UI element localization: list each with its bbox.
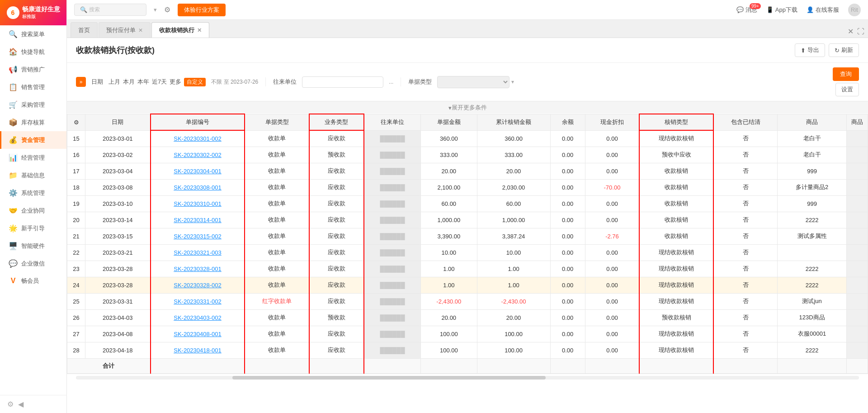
row-single-no[interactable]: SK-20230315-002 (151, 228, 245, 244)
tab-advance[interactable]: 预付应付单 ✕ (99, 22, 151, 38)
topbar-search[interactable]: 🔍 搜索 (74, 4, 146, 16)
sidebar-item-hardware[interactable]: 🖥️ 智能硬件 (0, 237, 66, 255)
single-no-link[interactable]: SK-20230321-003 (174, 249, 222, 256)
single-no-link[interactable]: SK-20230315-002 (174, 233, 222, 240)
row-single-no[interactable]: SK-20230304-001 (151, 163, 245, 179)
export-button[interactable]: ⬆ 导出 (795, 43, 825, 57)
sidebar-item-search[interactable]: 🔍 搜索菜单 (0, 25, 66, 43)
row-single-no[interactable]: SK-20230328-002 (151, 277, 245, 293)
row-single-no[interactable]: SK-20230408-001 (151, 326, 245, 342)
row-goods-img (847, 342, 868, 358)
expand-more-row[interactable]: ▾ 展开更多条件 (67, 101, 868, 114)
sidebar-item-system[interactable]: ⚙️ 系统管理 (0, 184, 66, 202)
table-row[interactable]: 222023-03-21SK-20230321-003收款单应收款██████1… (67, 244, 868, 261)
row-single-no[interactable]: SK-20230301-002 (151, 130, 245, 147)
setting-button[interactable]: 设置 (835, 83, 859, 96)
row-single-no[interactable]: SK-20230331-002 (151, 293, 245, 309)
th-settings[interactable]: ⚙ (67, 114, 85, 130)
row-single-no[interactable]: SK-20230308-001 (151, 179, 245, 195)
app-download[interactable]: 📱 App下载 (766, 6, 797, 14)
single-no-link[interactable]: SK-20230328-001 (174, 266, 222, 272)
query-button[interactable]: 查询 (833, 67, 859, 81)
table-row[interactable]: 162023-03-02SK-20230302-002收款单预收款██████3… (67, 147, 868, 163)
tab-collection-close[interactable]: ✕ (197, 27, 202, 33)
sidebar-item-marketing[interactable]: 📢 营销推广 (0, 61, 66, 78)
single-no-link[interactable]: SK-20230314-001 (174, 217, 222, 223)
table-row[interactable]: 232023-03-28SK-20230328-001收款单应收款██████1… (67, 261, 868, 277)
table-row[interactable]: 282023-04-18SK-20230418-001收款单应收款██████1… (67, 342, 868, 358)
horizontal-scrollbar[interactable] (76, 376, 859, 380)
table-row[interactable]: 262023-04-03SK-20230403-002收款单预收款██████2… (67, 309, 868, 326)
table-row[interactable]: 172023-03-04SK-20230304-001收款单应收款██████2… (67, 163, 868, 179)
single-no-link[interactable]: SK-20230308-001 (174, 184, 222, 191)
sidebar-item-label: 营销推广 (21, 66, 45, 74)
table-row[interactable]: 242023-03-28SK-20230328-002收款单应收款██████1… (67, 277, 868, 293)
date-this-month[interactable]: 本月 (123, 78, 135, 86)
single-no-link[interactable]: SK-20230301-002 (174, 135, 222, 142)
single-no-link[interactable]: SK-20230304-001 (174, 168, 222, 175)
avatar[interactable]: Rit (848, 4, 861, 16)
date-last-month[interactable]: 上月 (108, 78, 120, 86)
single-no-link[interactable]: SK-20230418-001 (174, 347, 222, 354)
row-single-no[interactable]: SK-20230321-003 (151, 244, 245, 261)
sidebar-item-operation[interactable]: 📊 经营管理 (0, 149, 66, 166)
refresh-button[interactable]: ↻ 刷新 (829, 43, 859, 57)
table-row[interactable]: 212023-03-15SK-20230315-002收款单应收款██████3… (67, 228, 868, 244)
row-include-clear: 否 (713, 293, 778, 309)
table-row[interactable]: 182023-03-08SK-20230308-001收款单应收款██████2… (67, 179, 868, 195)
sidebar-item-wechat[interactable]: 💬 企业微信 (0, 255, 66, 272)
single-no-link[interactable]: SK-20230331-002 (174, 298, 222, 305)
row-single-no[interactable]: SK-20230403-002 (151, 309, 245, 326)
sidebar-item-enterprise[interactable]: 🤝 企业协同 (0, 202, 66, 219)
single-no-link[interactable]: SK-20230408-001 (174, 331, 222, 337)
more-options[interactable]: ... (389, 79, 393, 85)
row-single-no[interactable]: SK-20230302-002 (151, 147, 245, 163)
close-all-icon[interactable]: ✕ (848, 27, 854, 36)
dropdown-arrow[interactable]: ▾ (154, 6, 157, 13)
row-single-no[interactable]: SK-20230418-001 (151, 342, 245, 358)
row-amount: -2,430.00 (421, 293, 477, 309)
collapse-icon[interactable]: ◀ (18, 400, 24, 408)
tab-advance-close[interactable]: ✕ (138, 27, 143, 33)
th-date: 日期 (85, 114, 151, 130)
expand-icon[interactable]: ⛶ (857, 28, 864, 36)
sidebar-item-sales[interactable]: 📋 销售管理 (0, 78, 66, 96)
sidebar-item-purchase[interactable]: 🛒 采购管理 (0, 96, 66, 114)
row-single-no[interactable]: SK-20230310-001 (151, 195, 245, 212)
sidebar-item-basic[interactable]: 📁 基础信息 (0, 166, 66, 184)
date-more[interactable]: 更多 (170, 78, 181, 86)
single-no-link[interactable]: SK-20230328-002 (174, 282, 222, 289)
row-date: 2023-03-01 (85, 130, 151, 147)
partner-input[interactable] (302, 76, 383, 88)
settings-bottom-icon[interactable]: ⚙ (7, 400, 14, 408)
row-single-no[interactable]: SK-20230314-001 (151, 212, 245, 228)
scrollbar-thumb[interactable] (232, 376, 546, 380)
row-single-no[interactable]: SK-20230328-001 (151, 261, 245, 277)
single-no-link[interactable]: SK-20230403-002 (174, 314, 222, 321)
gear-icon[interactable]: ⚙ (164, 5, 170, 14)
tab-home[interactable]: 首页 (71, 22, 98, 38)
sidebar-item-guide[interactable]: 🌟 新手引导 (0, 219, 66, 237)
tab-collection[interactable]: 收款核销执行 ✕ (151, 22, 209, 38)
table-row[interactable]: 272023-04-08SK-20230408-001收款单应收款██████1… (67, 326, 868, 342)
table-row[interactable]: 252023-03-31SK-20230331-002红字收款单应收款█████… (67, 293, 868, 309)
table-row[interactable]: 202023-03-14SK-20230314-001收款单应收款██████1… (67, 212, 868, 228)
single-no-link[interactable]: SK-20230310-001 (174, 200, 222, 207)
sidebar-item-shortcut[interactable]: 🏠 快捷导航 (0, 43, 66, 61)
date-7days[interactable]: 近7天 (152, 78, 167, 86)
industry-solution-button[interactable]: 体验行业方案 (178, 4, 226, 16)
message-badge[interactable]: 💬 消息 99+ (736, 6, 757, 14)
sidebar-item-member[interactable]: V 畅会员 (0, 272, 66, 290)
online-service[interactable]: 👤 在线客服 (807, 6, 839, 14)
table-row[interactable]: 152023-03-01SK-20230301-002收款单应收款██████3… (67, 130, 868, 147)
filter-expand-button[interactable]: » (76, 77, 86, 87)
date-this-year[interactable]: 本年 (137, 78, 149, 86)
sidebar-item-inventory[interactable]: 📦 库存核算 (0, 114, 66, 131)
footer-partner (364, 358, 421, 373)
single-type-select[interactable] (437, 76, 509, 88)
date-custom-btn[interactable]: 自定义 (184, 78, 206, 86)
row-cancel-type: 现结收款核销 (639, 293, 713, 309)
sidebar-item-finance[interactable]: 💰 资金管理 (0, 131, 66, 149)
table-row[interactable]: 192023-03-10SK-20230310-001收款单应收款██████6… (67, 195, 868, 212)
single-no-link[interactable]: SK-20230302-002 (174, 152, 222, 158)
